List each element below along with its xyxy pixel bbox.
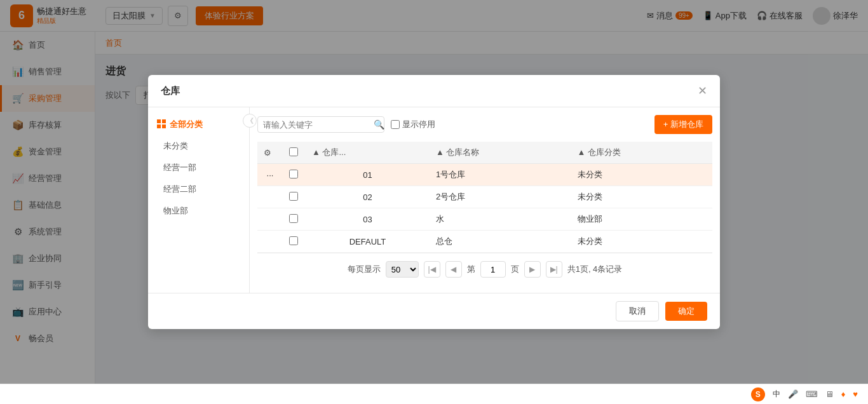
total-info: 共1页, 4条记录 [567, 264, 623, 275]
col-code: ▲ 仓库... [306, 142, 430, 164]
row-num: 02 [306, 186, 430, 208]
table-body: ··· 01 1号仓库 未分类 02 2号仓库 [257, 164, 712, 253]
modal-overlay: 仓库 ✕ 全部分类 《 未分类 经营一部 经营二部 物业部 [0, 0, 868, 404]
row-select-checkbox[interactable] [289, 214, 298, 223]
table-area: 🔍 显示停用 + 新增仓库 ⚙ [250, 107, 720, 293]
table-container: ⚙ ▲ 仓库... ▲ 仓库名称 ▲ 仓库分类 [257, 142, 712, 253]
sidebar-collapse-button[interactable]: 《 [243, 114, 257, 128]
category-sidebar: 全部分类 《 未分类 经营一部 经营二部 物业部 [148, 107, 250, 293]
page-unit: 页 [511, 264, 519, 275]
table-row[interactable]: ··· 01 1号仓库 未分类 [257, 164, 712, 186]
monitor-icon: 🖥 [825, 389, 834, 399]
page-number-input[interactable] [480, 261, 506, 278]
row-checkbox[interactable] [283, 231, 306, 253]
row-num: 01 [306, 164, 430, 186]
col-gear: ⚙ [257, 142, 283, 164]
new-warehouse-button[interactable]: + 新增仓库 [654, 115, 712, 134]
dialog-title: 仓库 [161, 85, 180, 97]
diamond-icon: ♦ [841, 389, 846, 399]
row-checkbox[interactable] [283, 186, 306, 208]
keyboard-icon: ⌨ [806, 389, 818, 399]
table-header-row: ⚙ ▲ 仓库... ▲ 仓库名称 ▲ 仓库分类 [257, 142, 712, 164]
dialog-header: 仓库 ✕ [148, 75, 720, 107]
row-gear: ··· [257, 164, 283, 186]
table-head: ⚙ ▲ 仓库... ▲ 仓库名称 ▲ 仓库分类 [257, 142, 712, 164]
zh-icon: 中 [773, 389, 780, 400]
row-gear [257, 231, 283, 253]
prev-page-button[interactable]: ◀ [445, 261, 462, 278]
show-disabled-label[interactable]: 显示停用 [391, 119, 435, 130]
row-category: 未分类 [571, 231, 713, 253]
table-row[interactable]: DEFAULT 总仓 未分类 [257, 231, 712, 253]
row-gear [257, 186, 283, 208]
mic-icon: 🎤 [788, 389, 798, 399]
first-page-button[interactable]: |◀ [424, 261, 440, 278]
per-page-label: 每页显示 [348, 264, 381, 275]
svg-rect-2 [157, 125, 161, 128]
all-categories-label: 全部分类 [170, 119, 203, 130]
dialog-close-button[interactable]: ✕ [698, 84, 707, 98]
svg-rect-1 [162, 119, 166, 123]
row-gear [257, 208, 283, 231]
category-item-ops1[interactable]: 经营一部 [148, 157, 249, 178]
search-input[interactable] [263, 120, 370, 130]
cancel-button[interactable]: 取消 [616, 301, 659, 321]
row-name: 水 [430, 208, 571, 231]
search-icon: 🔍 [374, 119, 384, 130]
svg-rect-0 [157, 119, 161, 123]
show-disabled-checkbox[interactable] [391, 120, 400, 129]
row-checkbox[interactable] [283, 164, 306, 186]
row-num: 03 [306, 208, 430, 231]
next-page-button[interactable]: ▶ [524, 261, 541, 278]
bottom-bar: S 中 🎤 ⌨ 🖥 ♦ ♥ [0, 384, 868, 404]
col-name: ▲ 仓库名称 [430, 142, 571, 164]
all-categories-header[interactable]: 全部分类 [148, 114, 249, 135]
row-category: 物业部 [571, 208, 713, 231]
row-num: DEFAULT [306, 231, 430, 253]
heart-icon: ♥ [853, 389, 858, 399]
row-select-checkbox[interactable] [289, 192, 298, 201]
table-row[interactable]: 02 2号仓库 未分类 [257, 186, 712, 208]
col-checkbox [283, 142, 306, 164]
select-all-checkbox[interactable] [289, 147, 298, 156]
last-page-button[interactable]: ▶| [546, 261, 562, 278]
row-name: 总仓 [430, 231, 571, 253]
warehouse-table: ⚙ ▲ 仓库... ▲ 仓库名称 ▲ 仓库分类 [257, 142, 712, 253]
grid-icon [157, 119, 166, 130]
table-row[interactable]: 03 水 物业部 [257, 208, 712, 231]
per-page-select[interactable]: 50 100 200 [386, 261, 419, 278]
row-category: 未分类 [571, 186, 713, 208]
svg-rect-3 [162, 125, 166, 128]
table-toolbar: 🔍 显示停用 + 新增仓库 [257, 115, 712, 134]
dialog-body: 全部分类 《 未分类 经营一部 经营二部 物业部 🔍 显 [148, 107, 720, 293]
row-select-checkbox[interactable] [289, 170, 298, 178]
row-name: 2号仓库 [430, 186, 571, 208]
page-label: 第 [467, 264, 475, 275]
search-box[interactable]: 🔍 [257, 116, 384, 133]
show-disabled-text: 显示停用 [402, 119, 435, 130]
pagination: 每页显示 50 100 200 |◀ ◀ 第 页 ▶ ▶| 共1页, 4条记录 [257, 253, 712, 285]
row-select-checkbox[interactable] [289, 236, 298, 245]
row-name: 1号仓库 [430, 164, 571, 186]
category-item-ops2[interactable]: 经营二部 [148, 178, 249, 200]
s-logo: S [751, 387, 765, 401]
row-category: 未分类 [571, 164, 713, 186]
category-item-unclassified[interactable]: 未分类 [148, 135, 249, 157]
col-category: ▲ 仓库分类 [571, 142, 713, 164]
row-checkbox[interactable] [283, 208, 306, 231]
category-item-property[interactable]: 物业部 [148, 200, 249, 222]
confirm-button[interactable]: 确定 [665, 302, 707, 321]
dialog-footer: 取消 确定 [148, 293, 720, 329]
warehouse-dialog: 仓库 ✕ 全部分类 《 未分类 经营一部 经营二部 物业部 [148, 75, 720, 329]
